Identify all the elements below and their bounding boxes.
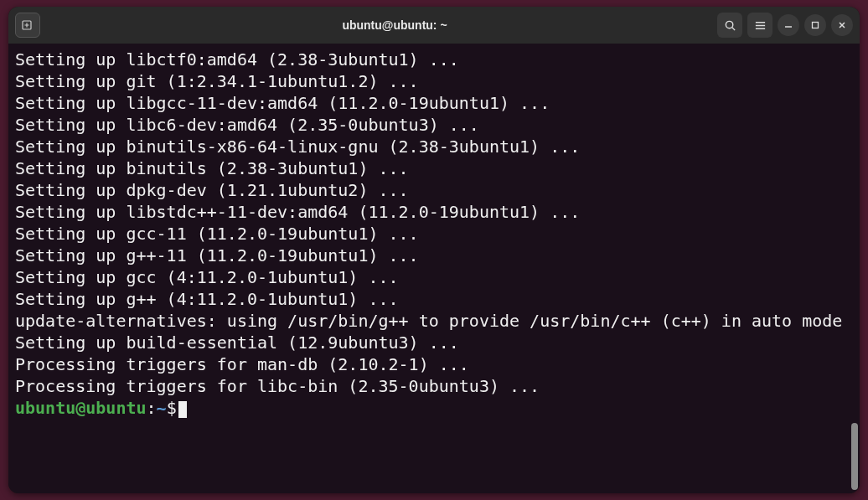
- maximize-button[interactable]: [804, 14, 826, 36]
- output-line: Setting up g++ (4:11.2.0-1ubuntu1) ...: [15, 288, 853, 310]
- window-title: ubuntu@ubuntu: ~: [75, 18, 714, 32]
- close-icon: [837, 20, 847, 30]
- prompt-user-host: ubuntu@ubuntu: [15, 398, 147, 418]
- output-line: Setting up gcc-11 (11.2.0-19ubuntu1) ...: [15, 223, 853, 245]
- svg-rect-2: [813, 23, 819, 28]
- scrollbar[interactable]: [850, 44, 860, 493]
- output-line: Setting up libctf0:amd64 (2.38-3ubuntu1)…: [15, 49, 853, 70]
- new-tab-button[interactable]: [15, 13, 40, 38]
- hamburger-icon: [754, 19, 767, 32]
- search-button[interactable]: [717, 13, 742, 38]
- new-tab-icon: [21, 18, 34, 32]
- minimize-icon: [783, 20, 793, 30]
- prompt-line: ubuntu@ubuntu:~$: [15, 397, 853, 419]
- scrollbar-thumb[interactable]: [851, 423, 858, 490]
- output-line: update-alternatives: using /usr/bin/g++ …: [15, 310, 853, 332]
- cursor: [178, 401, 187, 418]
- terminal-output[interactable]: Setting up libctf0:amd64 (2.38-3ubuntu1)…: [8, 44, 860, 493]
- search-icon: [724, 19, 736, 32]
- output-line: Processing triggers for libc-bin (2.35-0…: [15, 375, 853, 397]
- svg-point-1: [726, 21, 732, 28]
- output-line: Setting up libgcc-11-dev:amd64 (11.2.0-1…: [15, 92, 853, 114]
- output-line: Processing triggers for man-db (2.10.2-1…: [15, 353, 853, 375]
- output-line: Setting up binutils-x86-64-linux-gnu (2.…: [15, 136, 853, 157]
- prompt-symbol: $: [167, 398, 177, 418]
- prompt-colon: :: [147, 398, 157, 418]
- maximize-icon: [810, 20, 820, 30]
- terminal-window: ubuntu@ubuntu: ~ Setting up libctf0:amd6…: [8, 7, 860, 493]
- output-line: Setting up gcc (4:11.2.0-1ubuntu1) ...: [15, 266, 853, 288]
- close-button[interactable]: [831, 14, 853, 36]
- hamburger-menu-button[interactable]: [747, 13, 772, 38]
- output-line: Setting up binutils (2.38-3ubuntu1) ...: [15, 157, 853, 179]
- output-line: Setting up git (1:2.34.1-1ubuntu1.2) ...: [15, 70, 853, 92]
- titlebar: ubuntu@ubuntu: ~: [8, 7, 860, 44]
- minimize-button[interactable]: [778, 14, 799, 36]
- output-line: Setting up build-essential (12.9ubuntu3)…: [15, 332, 853, 353]
- output-line: Setting up libc6-dev:amd64 (2.35-0ubuntu…: [15, 114, 853, 136]
- prompt-path: ~: [157, 398, 167, 418]
- output-line: Setting up libstdc++-11-dev:amd64 (11.2.…: [15, 201, 853, 223]
- output-line: Setting up g++-11 (11.2.0-19ubuntu1) ...: [15, 245, 853, 266]
- output-lines: Setting up libctf0:amd64 (2.38-3ubuntu1)…: [15, 49, 853, 397]
- output-line: Setting up dpkg-dev (1.21.1ubuntu2) ...: [15, 179, 853, 201]
